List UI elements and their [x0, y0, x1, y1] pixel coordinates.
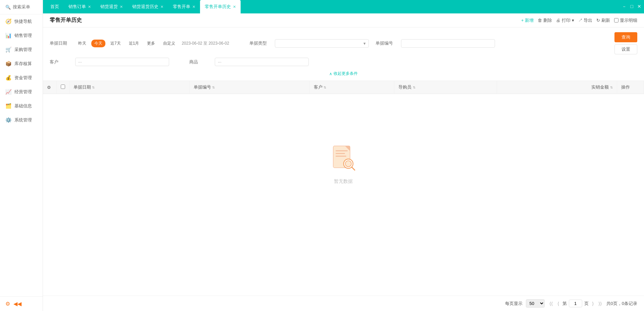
svg-rect-2	[336, 153, 345, 154]
empty-illustration	[327, 141, 360, 174]
col-amount[interactable]: 实销金额	[497, 81, 617, 94]
tab-sales-return-history-label: 销货退货历史	[132, 4, 158, 10]
tab-sales-return-close[interactable]: ✕	[120, 5, 123, 9]
customer-select[interactable]: ···	[75, 58, 169, 66]
date-btn-more[interactable]: 更多	[144, 40, 158, 47]
tab-retail-history[interactable]: 零售开单历史 ✕	[200, 0, 241, 13]
maximize-button[interactable]: □	[631, 4, 633, 10]
date-filter-label: 单据日期	[50, 40, 68, 46]
sidebar-item-base-info[interactable]: 🗂️ 基础信息	[0, 99, 43, 113]
select-all-checkbox[interactable]	[61, 85, 65, 89]
base-info-icon: 🗂️	[5, 103, 12, 109]
show-detail-toggle[interactable]: 显示明细	[614, 17, 637, 23]
settings-gear-button[interactable]: ⚙	[5, 301, 10, 307]
next-page-button[interactable]: ⟩	[591, 300, 595, 307]
sidebar-item-purchase-mgmt[interactable]: 🛒 采购管理	[0, 43, 43, 57]
tab-sales-return-history[interactable]: 销货退货历史 ✕	[128, 0, 168, 13]
sidebar-search-label: 搜索采单	[13, 4, 30, 10]
tab-home[interactable]: 首页	[46, 0, 64, 13]
sidebar-collapse-button[interactable]: ◀◀	[13, 301, 21, 307]
date-btn-today[interactable]: 今天	[91, 40, 105, 47]
col-ops-label: 操作	[621, 85, 630, 90]
print-icon: 🖨	[556, 18, 560, 23]
data-table: ⚙ 单据日期 单据编号 客户	[43, 81, 644, 231]
date-btn-last7[interactable]: 近7天	[107, 40, 124, 47]
goods-label: 商品	[189, 59, 208, 65]
sidebar-item-label: 系统管理	[14, 117, 32, 123]
window-controls: － □ ✕	[622, 4, 641, 10]
pagination-bar: 每页显示 50 20 100 ⟨⟨ ⟨ 第 页 ⟩ ⟩⟩ 共0页，0条记录	[43, 296, 644, 311]
sidebar-item-inventory[interactable]: 📦 库存核算	[0, 57, 43, 71]
sidebar-item-label: 库存核算	[14, 61, 32, 67]
minimize-button[interactable]: －	[622, 4, 627, 10]
goods-select[interactable]: ···	[215, 58, 309, 66]
close-button[interactable]: ✕	[637, 4, 641, 10]
page-nav: ⟨⟨ ⟨ 第 页 ⟩ ⟩⟩	[548, 300, 603, 307]
page-suffix: 页	[584, 301, 589, 307]
purchase-icon: 🛒	[5, 47, 12, 53]
per-page-select[interactable]: 50 20 100	[526, 299, 545, 308]
col-amount-label: 实销金额	[591, 85, 609, 90]
export-button[interactable]: ↗ 导出	[578, 17, 593, 23]
print-button[interactable]: 🖨 打印 ▾	[556, 17, 574, 23]
col-customer[interactable]: 客户	[309, 81, 394, 94]
tab-sales-order-close[interactable]: ✕	[88, 5, 91, 9]
settings-button[interactable]: 设置	[614, 44, 637, 54]
show-detail-checkbox[interactable]	[614, 18, 618, 22]
collapse-up-icon: ∧	[329, 71, 332, 76]
customer-dots: ···	[78, 59, 82, 64]
sidebar-item-operations[interactable]: 📈 经营管理	[0, 85, 43, 99]
tab-retail-history-close[interactable]: ✕	[233, 5, 236, 9]
sales-icon: 📊	[5, 33, 12, 39]
add-button[interactable]: + 新增	[521, 17, 534, 23]
sidebar-item-quick-nav[interactable]: 🧭 快捷导航	[0, 14, 43, 29]
collapse-filter-button[interactable]: ∧ 收起更多条件	[50, 69, 637, 78]
empty-state-row: 暂无数据	[43, 94, 644, 232]
prev-page-button[interactable]: ⟨	[556, 300, 560, 307]
sidebar-item-sales-mgmt[interactable]: 📊 销售管理	[0, 29, 43, 43]
refresh-button[interactable]: ↻ 刷新	[596, 17, 610, 23]
doc-type-label: 单据类型	[249, 40, 268, 46]
sidebar-item-finance[interactable]: 💰 资金管理	[0, 71, 43, 85]
collapse-filter-label: 收起更多条件	[334, 71, 358, 76]
tab-sales-return-history-close[interactable]: ✕	[160, 5, 163, 9]
finance-icon: 💰	[5, 75, 12, 81]
sidebar-item-label: 快捷导航	[14, 18, 32, 24]
doc-no-input[interactable]	[401, 39, 495, 48]
col-customer-label: 客户	[314, 85, 323, 90]
tab-retail-history-label: 零售开单历史	[205, 4, 231, 10]
empty-text: 暂无数据	[334, 178, 353, 185]
doc-no-label: 单据编号	[376, 40, 394, 46]
tab-sales-return[interactable]: 销货退货 ✕	[96, 0, 128, 13]
col-ops: 操作	[617, 81, 644, 94]
print-dropdown-icon[interactable]: ▾	[572, 18, 574, 23]
date-btn-last1month[interactable]: 近1月	[126, 40, 142, 47]
col-doc-no[interactable]: 单据编号	[189, 81, 309, 94]
total-info: 共0页，0条记录	[606, 301, 637, 307]
date-btn-yesterday[interactable]: 昨天	[75, 40, 89, 47]
tab-retail-open[interactable]: 零售开单 ✕	[168, 0, 200, 13]
tab-retail-open-label: 零售开单	[173, 4, 190, 10]
tab-retail-open-close[interactable]: ✕	[192, 5, 195, 9]
col-settings[interactable]: ⚙	[43, 81, 56, 94]
sidebar-search[interactable]: 🔍 搜索采单	[0, 0, 43, 14]
page-label: 第	[562, 301, 567, 307]
main-content: 首页 销售订单 ✕ 销货退货 ✕ 销货退货历史 ✕ 零售开单 ✕ 零售开单历史 …	[43, 0, 644, 311]
query-button[interactable]: 查询	[614, 32, 637, 42]
sidebar-item-system-mgmt[interactable]: ⚙️ 系统管理	[0, 113, 43, 127]
filter-row-2: 客户 ··· 商品 ···	[50, 58, 637, 66]
last-page-button[interactable]: ⟩⟩	[597, 300, 603, 307]
doc-type-dropdown-icon: ▾	[363, 41, 366, 46]
table-body: 暂无数据	[43, 94, 644, 232]
date-btn-custom[interactable]: 自定义	[160, 40, 178, 47]
filter-area: 单据日期 昨天 今天 近7天 近1月 更多 自定义 2023-06-02 至 2…	[43, 28, 644, 81]
col-guide[interactable]: 导购员	[394, 81, 497, 94]
delete-button[interactable]: 🗑 删除	[538, 17, 552, 23]
first-page-button[interactable]: ⟨⟨	[548, 300, 554, 307]
col-date[interactable]: 单据日期	[69, 81, 189, 94]
col-guide-label: 导购员	[398, 85, 411, 90]
page-input[interactable]	[569, 300, 582, 307]
doc-type-select[interactable]: ▾	[275, 39, 369, 48]
tab-sales-order[interactable]: 销售订单 ✕	[64, 0, 96, 13]
sidebar-item-label: 销售管理	[14, 33, 32, 39]
